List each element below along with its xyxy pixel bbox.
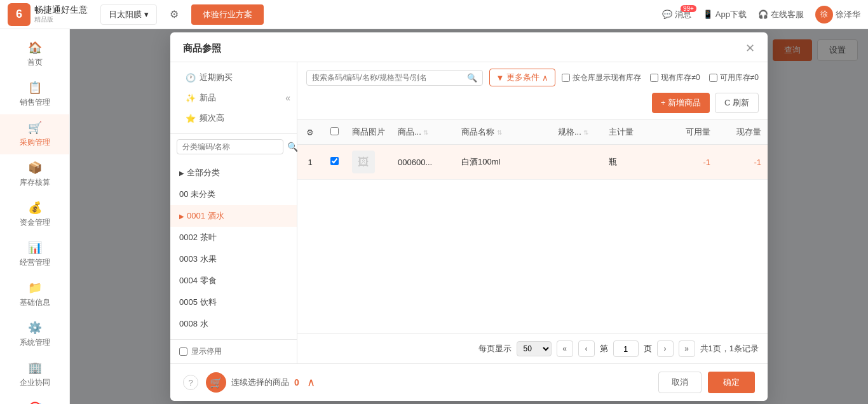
gear-icon[interactable]: ⚙ bbox=[165, 5, 184, 24]
cat-search-button[interactable]: 🔍 bbox=[287, 142, 298, 152]
sidebar-item-guide[interactable]: 🎯 新手引导 bbox=[0, 394, 69, 404]
checkbox-group: 按仓库显示现有库存 现有库存≠0 可用库存≠0 bbox=[562, 72, 759, 83]
col-header-avail: 可用量 bbox=[653, 120, 717, 145]
cat-new-label: 新品 bbox=[200, 92, 216, 104]
sidebar-item-home[interactable]: 🏠 首页 bbox=[0, 34, 69, 74]
page-number-input[interactable] bbox=[613, 340, 639, 357]
cart-icon[interactable]: 🛒 bbox=[206, 372, 226, 393]
basic-icon: 📁 bbox=[28, 281, 42, 295]
triangle-icon: ▶ bbox=[179, 170, 184, 177]
sidebar-label-finance: 资金管理 bbox=[20, 217, 50, 228]
row-checkbox[interactable] bbox=[330, 157, 339, 165]
chevron-down-icon: ▾ bbox=[144, 10, 149, 19]
show-disabled-checkbox[interactable]: 显示停用 bbox=[179, 346, 288, 357]
collapse-button[interactable]: ∧ bbox=[307, 375, 315, 389]
system-icon: ⚙️ bbox=[28, 321, 42, 335]
col-header-unit: 主计量 bbox=[602, 120, 653, 145]
page-total-info: 共1页，1条记录 bbox=[700, 343, 759, 354]
layout: 🏠 首页 📋 销售管理 🛒 采购管理 📦 库存核算 💰 资金管理 📊 经营管理 … bbox=[0, 29, 868, 404]
category-panel: 🕐 近期购买 ✨ 新品 ⭐ 频次高 bbox=[170, 62, 297, 363]
cell-stock: -1 bbox=[717, 145, 768, 180]
message-button[interactable]: 💬 消息 99+ bbox=[662, 9, 691, 20]
app-download-button[interactable]: 📱 App下载 bbox=[703, 9, 747, 20]
page-unit: 页 bbox=[644, 343, 652, 354]
app-download-label: App下载 bbox=[715, 9, 747, 20]
cat-item-0008[interactable]: 0008 水 bbox=[170, 313, 297, 335]
cat-item-0010[interactable]: 0010 家电 bbox=[170, 335, 297, 339]
cat-quick-nav: 🕐 近期购买 ✨ 新品 ⭐ 频次高 bbox=[177, 67, 285, 128]
checkbox-current[interactable]: 现有库存≠0 bbox=[650, 72, 700, 83]
col-header-img: 商品图片 bbox=[346, 120, 391, 145]
product-search-input[interactable] bbox=[312, 73, 463, 82]
footer-actions: 取消 确定 bbox=[658, 372, 755, 393]
sidebar-item-system[interactable]: ⚙️ 系统管理 bbox=[0, 314, 69, 354]
cart-label: 连续选择的商品 bbox=[231, 377, 289, 388]
app-name: 畅捷通好生意 bbox=[34, 4, 88, 15]
sidebar-label-enterprise: 企业协同 bbox=[20, 377, 50, 388]
confirm-button[interactable]: 确定 bbox=[708, 372, 755, 393]
sort-spec-icon[interactable]: ⇅ bbox=[583, 129, 588, 136]
sidebar-item-enterprise[interactable]: 🏢 企业协同 bbox=[0, 354, 69, 394]
table-area: ⚙ 商品图片 商品... ⇅ 商品名称 ⇅ 规格... ⇅ bbox=[297, 120, 768, 333]
cat-item-uncategorized[interactable]: 00 未分类 bbox=[170, 184, 297, 205]
per-page-label: 每页显示 bbox=[478, 343, 512, 354]
filter-icon: ▼ bbox=[496, 73, 505, 83]
sidebar-item-inventory[interactable]: 📦 库存核算 bbox=[0, 154, 69, 194]
add-product-button[interactable]: + 新增商品 bbox=[652, 93, 710, 113]
per-page-select[interactable]: 10 20 50 100 bbox=[517, 341, 552, 356]
user-menu[interactable]: 徐 徐泽华 bbox=[815, 6, 860, 24]
cat-item-0002[interactable]: 0002 茶叶 bbox=[170, 227, 297, 248]
clock-icon: 🕐 bbox=[186, 73, 196, 83]
sidebar-label-sales: 销售管理 bbox=[20, 97, 50, 108]
cell-num: 1 bbox=[297, 145, 323, 180]
checkbox-current-input[interactable] bbox=[650, 74, 658, 82]
page-prev-button[interactable]: ‹ bbox=[578, 340, 595, 357]
cart-count: 0 bbox=[294, 377, 299, 387]
cat-item-all[interactable]: ▶ 全部分类 bbox=[170, 162, 297, 184]
nav-selector-label: 日太阳膜 bbox=[109, 9, 142, 20]
sidebar-item-purchase[interactable]: 🛒 采购管理 bbox=[0, 114, 69, 154]
operation-icon: 📊 bbox=[28, 241, 42, 255]
show-disabled-input[interactable] bbox=[179, 347, 187, 356]
checkbox-available[interactable]: 可用库存≠0 bbox=[709, 72, 759, 83]
sidebar-item-basic[interactable]: 📁 基础信息 bbox=[0, 274, 69, 314]
help-icon[interactable]: ? bbox=[183, 375, 198, 390]
checkbox-warehouse-input[interactable] bbox=[562, 74, 570, 82]
cat-recent[interactable]: 🕐 近期购买 bbox=[177, 67, 285, 88]
select-all-checkbox[interactable] bbox=[330, 127, 339, 135]
content-panel: 🔍 ▼ 更多条件 ∧ 按仓库显示现有库存 bbox=[297, 62, 768, 363]
page-first-button[interactable]: « bbox=[557, 340, 573, 357]
cat-item-0005[interactable]: 0005 饮料 bbox=[170, 292, 297, 313]
search-icon[interactable]: 🔍 bbox=[467, 73, 477, 83]
modal-header: 商品参照 ✕ bbox=[170, 32, 768, 62]
cat-frequent[interactable]: ⭐ 频次高 bbox=[177, 108, 285, 128]
cat-item-0004[interactable]: 0004 零食 bbox=[170, 270, 297, 292]
sidebar-item-operation[interactable]: 📊 经营管理 bbox=[0, 234, 69, 274]
modal-close-button[interactable]: ✕ bbox=[745, 41, 755, 55]
sort-code-icon[interactable]: ⇅ bbox=[423, 129, 428, 136]
cat-item-0003[interactable]: 0003 水果 bbox=[170, 248, 297, 270]
sidebar-item-sales[interactable]: 📋 销售管理 bbox=[0, 74, 69, 114]
cat-new[interactable]: ✨ 新品 bbox=[177, 88, 285, 108]
filter-button[interactable]: ▼ 更多条件 ∧ bbox=[489, 69, 556, 86]
refresh-button[interactable]: C 刷新 bbox=[715, 93, 759, 113]
table-row[interactable]: 1 🖼 000600... 白酒100ml bbox=[297, 145, 768, 180]
page-label: 第 bbox=[600, 343, 608, 354]
guide-icon: 🎯 bbox=[28, 401, 42, 404]
page-next-button[interactable]: › bbox=[657, 340, 674, 357]
experience-button[interactable]: 体验行业方案 bbox=[191, 4, 264, 25]
sidebar-label-operation: 经营管理 bbox=[20, 257, 50, 268]
nav-selector[interactable]: 日太阳膜 ▾ bbox=[100, 4, 157, 25]
checkbox-available-input[interactable] bbox=[709, 74, 717, 82]
sidebar-item-finance[interactable]: 💰 资金管理 bbox=[0, 194, 69, 234]
page-last-button[interactable]: » bbox=[679, 340, 695, 357]
online-service-button[interactable]: 🎧 在线客服 bbox=[758, 9, 804, 20]
product-reference-modal: 商品参照 ✕ 🕐 近期购买 bbox=[170, 32, 768, 401]
cat-item-0001[interactable]: ▶ 0001 酒水 bbox=[170, 205, 297, 227]
cat-collapse-button[interactable]: « bbox=[285, 93, 290, 103]
sort-name-icon[interactable]: ⇅ bbox=[497, 129, 502, 136]
cancel-button[interactable]: 取消 bbox=[658, 372, 702, 393]
settings-icon[interactable]: ⚙ bbox=[306, 128, 314, 137]
cat-search-input[interactable] bbox=[177, 139, 283, 154]
checkbox-warehouse[interactable]: 按仓库显示现有库存 bbox=[562, 72, 641, 83]
